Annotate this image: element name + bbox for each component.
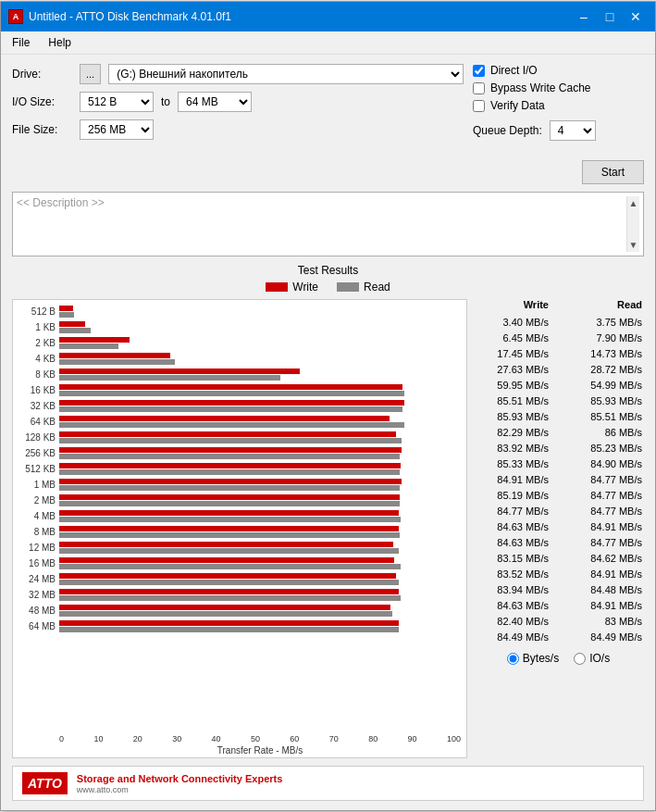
bars-wrapper: [59, 620, 461, 632]
io-size-from-select[interactable]: 512 B: [80, 92, 154, 112]
data-row: 85.51 MB/s85.93 MB/s: [473, 393, 644, 408]
write-value: 85.33 MB/s: [475, 458, 549, 469]
chart-data-layout: 512 B1 KB2 KB4 KB8 KB16 KB32 KB64 KB128 …: [12, 299, 644, 758]
bars-wrapper: [59, 526, 461, 538]
bar-row: 128 KB: [59, 430, 461, 445]
read-bar: [59, 406, 402, 412]
data-row: 59.95 MB/s54.99 MB/s: [473, 377, 644, 393]
write-value: 27.63 MB/s: [475, 364, 549, 375]
bars-wrapper: [59, 589, 461, 601]
read-value: 85.23 MB/s: [568, 443, 642, 454]
y-axis-label: 32 MB: [15, 587, 56, 603]
bypass-write-cache-label: Bypass Write Cache: [490, 81, 591, 94]
read-value: 84.77 MB/s: [568, 506, 642, 517]
y-axis-label: 128 KB: [15, 430, 56, 445]
verify-data-row: Verify Data: [473, 99, 644, 112]
data-row: 84.77 MB/s84.77 MB/s: [473, 503, 644, 518]
queue-depth-select[interactable]: 4: [550, 120, 596, 141]
bars-wrapper: [59, 494, 461, 506]
legend-read-color: [337, 282, 359, 292]
legend-write-color: [266, 282, 288, 292]
read-bar: [59, 580, 399, 585]
read-value: 84.62 MB/s: [568, 553, 642, 564]
read-bar: [59, 375, 280, 381]
bars-wrapper: [59, 573, 461, 585]
bar-row: 8 KB: [59, 367, 461, 382]
write-value: 82.29 MB/s: [475, 427, 549, 438]
menu-file[interactable]: File: [8, 34, 33, 51]
write-bar: [59, 605, 390, 610]
read-value: 14.73 MB/s: [568, 348, 642, 359]
y-axis-label: 12 MB: [15, 540, 56, 556]
scroll-up-arrow[interactable]: ▲: [627, 196, 640, 210]
footer-text-block: Storage and Network Connectivity Experts…: [77, 773, 283, 794]
drive-select[interactable]: (G:) Внешний накопитель: [108, 64, 464, 84]
write-header: Write: [475, 299, 549, 310]
test-results-header: Test Results: [12, 264, 644, 277]
write-bar: [59, 463, 401, 468]
y-axis-label: 32 KB: [15, 398, 56, 414]
data-row: 85.93 MB/s85.51 MB/s: [473, 408, 644, 424]
bar-row: 512 B: [59, 304, 461, 319]
data-row: 83.52 MB/s84.91 MB/s: [473, 566, 644, 581]
data-row: 84.91 MB/s84.77 MB/s: [473, 471, 644, 487]
description-scrollbar: ▲ ▼: [626, 196, 639, 252]
bar-row: 2 MB: [59, 493, 461, 508]
data-row: 82.29 MB/s86 MB/s: [473, 424, 644, 440]
chart-legend: Write Read: [12, 281, 644, 294]
units-radio-row: Bytes/s IO/s: [473, 652, 644, 665]
queue-depth-row: Queue Depth: 4: [473, 120, 644, 141]
bar-row: 2 KB: [59, 335, 461, 351]
data-row: 6.45 MB/s7.90 MB/s: [473, 330, 644, 345]
write-bar: [59, 306, 73, 311]
write-bar: [59, 557, 394, 563]
bars-wrapper: [59, 384, 461, 396]
minimize-button[interactable]: –: [572, 7, 596, 26]
y-axis-label: 64 KB: [15, 414, 56, 430]
data-table: Write Read 3.40 MB/s3.75 MB/s6.45 MB/s7.…: [473, 299, 644, 758]
read-bar: [59, 517, 401, 522]
write-bar: [59, 620, 399, 626]
read-bar: [59, 469, 400, 475]
x-axis-label: Transfer Rate - MB/s: [59, 745, 461, 756]
verify-data-checkbox[interactable]: [473, 100, 485, 112]
write-bar: [59, 337, 130, 343]
y-axis-label: 2 KB: [15, 335, 56, 351]
bypass-write-cache-checkbox[interactable]: [473, 82, 485, 94]
maximize-button[interactable]: □: [598, 7, 622, 26]
read-bar: [59, 532, 400, 538]
bytes-radio[interactable]: [507, 653, 519, 665]
y-axis-label: 8 KB: [15, 367, 56, 382]
menu-help[interactable]: Help: [44, 34, 75, 51]
read-header: Read: [568, 299, 642, 310]
read-value: 86 MB/s: [568, 427, 642, 438]
bar-row: 8 MB: [59, 524, 461, 540]
description-placeholder: << Description >>: [17, 196, 105, 209]
write-value: 83.52 MB/s: [475, 568, 549, 580]
y-axis-label: 16 KB: [15, 382, 56, 398]
bar-row: 32 KB: [59, 398, 461, 414]
start-button[interactable]: Start: [582, 160, 644, 184]
drive-row: Drive: ... (G:) Внешний накопитель: [12, 64, 464, 84]
write-bar: [59, 589, 399, 594]
menu-bar: File Help: [1, 31, 655, 55]
atto-logo: ATTO: [22, 772, 68, 794]
write-bar: [59, 321, 85, 327]
read-value: 84.49 MB/s: [568, 631, 642, 643]
io-radio-item: IO/s: [574, 652, 610, 665]
io-size-to-select[interactable]: 64 MB: [178, 92, 252, 112]
io-radio[interactable]: [574, 653, 586, 665]
browse-button[interactable]: ...: [80, 64, 101, 84]
read-value: 84.91 MB/s: [568, 600, 642, 611]
write-value: 6.45 MB/s: [475, 332, 549, 344]
bars-wrapper: [59, 431, 461, 443]
read-value: 7.90 MB/s: [568, 332, 642, 344]
description-box[interactable]: << Description >> ▲ ▼: [12, 192, 644, 256]
title-bar-buttons: – □ ✕: [572, 7, 648, 26]
file-size-select[interactable]: 256 MB: [80, 119, 154, 140]
file-size-row: File Size: 256 MB: [12, 119, 464, 140]
scroll-down-arrow[interactable]: ▼: [627, 238, 640, 252]
bars-wrapper: [59, 510, 461, 522]
direct-io-checkbox[interactable]: [473, 65, 485, 77]
close-button[interactable]: ✕: [624, 7, 648, 26]
